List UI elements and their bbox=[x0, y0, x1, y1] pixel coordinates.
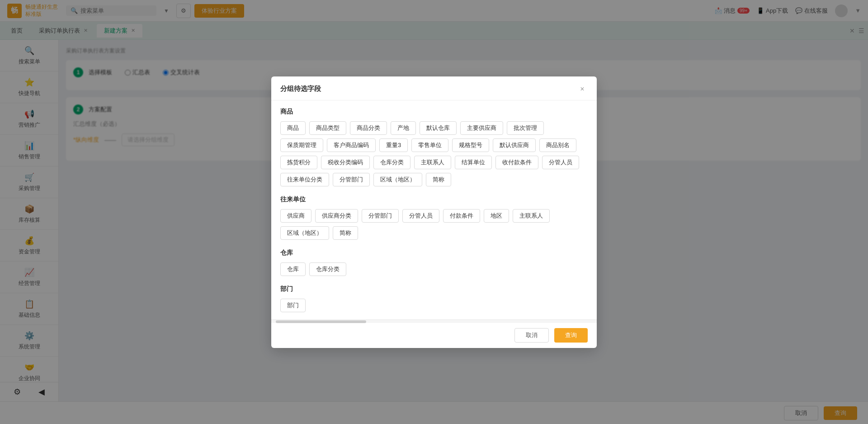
field-tag[interactable]: 零售单位 bbox=[411, 138, 448, 152]
field-tag[interactable]: 分管部门 bbox=[362, 209, 399, 223]
modal-overlay: 分组待选字段 × 商品 商品 商品类型 商品分类 产地 默认仓库 主要供应商 批… bbox=[0, 0, 868, 424]
modal-header: 分组待选字段 × bbox=[271, 76, 597, 100]
field-tag[interactable]: 付款条件 bbox=[443, 209, 480, 223]
field-tag[interactable]: 默认供应商 bbox=[493, 138, 536, 152]
field-tag[interactable]: 主要供应商 bbox=[460, 121, 503, 135]
field-tag[interactable]: 仓库 bbox=[280, 262, 306, 276]
field-tag[interactable]: 商品 bbox=[280, 121, 306, 135]
field-tag[interactable]: 地区 bbox=[484, 209, 509, 223]
cancel-button[interactable]: 取消 bbox=[514, 328, 549, 343]
section-counterpart-fields: 供应商 供应商分类 分管部门 分管人员 付款条件 地区 主联系人 区域（地区） … bbox=[280, 209, 588, 240]
field-tag[interactable]: 往来单位分类 bbox=[280, 173, 329, 186]
field-tag[interactable]: 分管人员 bbox=[402, 209, 439, 223]
section-warehouse-title: 仓库 bbox=[280, 249, 588, 257]
section-warehouse-fields: 仓库 仓库分类 bbox=[280, 262, 588, 276]
section-department: 部门 部门 bbox=[280, 285, 588, 312]
field-tag[interactable]: 区域（地区） bbox=[373, 173, 422, 186]
field-tag[interactable]: 规格型号 bbox=[452, 138, 489, 152]
section-goods-title: 商品 bbox=[280, 108, 588, 116]
section-goods-fields: 商品 商品类型 商品分类 产地 默认仓库 主要供应商 批次管理 保质期管理 客户… bbox=[280, 121, 588, 186]
modal-horizontal-scrollbar[interactable] bbox=[271, 319, 597, 322]
field-tag[interactable]: 主联系人 bbox=[414, 156, 451, 169]
field-tag[interactable]: 商品分类 bbox=[350, 121, 387, 135]
field-tag[interactable]: 产地 bbox=[391, 121, 416, 135]
field-tag[interactable]: 收付款条件 bbox=[495, 156, 538, 169]
section-department-fields: 部门 bbox=[280, 299, 588, 312]
field-tag[interactable]: 分管部门 bbox=[333, 173, 370, 186]
field-tag[interactable]: 客户商品编码 bbox=[327, 138, 376, 152]
field-tag[interactable]: 部门 bbox=[280, 299, 306, 312]
section-department-title: 部门 bbox=[280, 285, 588, 293]
field-tag[interactable]: 默认仓库 bbox=[420, 121, 457, 135]
section-goods: 商品 商品 商品类型 商品分类 产地 默认仓库 主要供应商 批次管理 保质期管理… bbox=[280, 108, 588, 186]
field-tag[interactable]: 结算单位 bbox=[455, 156, 492, 169]
field-tag[interactable]: 主联系人 bbox=[513, 209, 550, 223]
field-tag[interactable]: 供应商 bbox=[280, 209, 311, 223]
field-select-modal: 分组待选字段 × 商品 商品 商品类型 商品分类 产地 默认仓库 主要供应商 批… bbox=[271, 76, 597, 348]
field-tag[interactable]: 商品别名 bbox=[539, 138, 576, 152]
field-tag[interactable]: 保质期管理 bbox=[280, 138, 323, 152]
section-counterpart: 往来单位 供应商 供应商分类 分管部门 分管人员 付款条件 地区 主联系人 区域… bbox=[280, 195, 588, 240]
field-tag[interactable]: 仓库分类 bbox=[309, 262, 346, 276]
field-tag[interactable]: 拣货积分 bbox=[280, 156, 317, 169]
field-tag[interactable]: 简称 bbox=[333, 226, 358, 240]
field-tag[interactable]: 简称 bbox=[426, 173, 451, 186]
modal-close-button[interactable]: × bbox=[577, 84, 588, 95]
section-counterpart-title: 往来单位 bbox=[280, 195, 588, 204]
scroll-thumb bbox=[276, 320, 366, 323]
field-tag[interactable]: 供应商分类 bbox=[315, 209, 358, 223]
section-warehouse: 仓库 仓库 仓库分类 bbox=[280, 249, 588, 276]
field-tag[interactable]: 批次管理 bbox=[507, 121, 544, 135]
field-tag[interactable]: 分管人员 bbox=[542, 156, 579, 169]
modal-title: 分组待选字段 bbox=[280, 85, 321, 93]
field-tag[interactable]: 区域（地区） bbox=[280, 226, 329, 240]
field-tag[interactable]: 商品类型 bbox=[309, 121, 346, 135]
field-tag[interactable]: 税收分类编码 bbox=[321, 156, 370, 169]
field-tag[interactable]: 仓库分类 bbox=[373, 156, 410, 169]
field-tag[interactable]: 重量3 bbox=[379, 138, 408, 152]
modal-body: 商品 商品 商品类型 商品分类 产地 默认仓库 主要供应商 批次管理 保质期管理… bbox=[271, 100, 597, 319]
confirm-button[interactable]: 查询 bbox=[554, 328, 588, 343]
modal-footer: 取消 查询 bbox=[271, 322, 597, 348]
